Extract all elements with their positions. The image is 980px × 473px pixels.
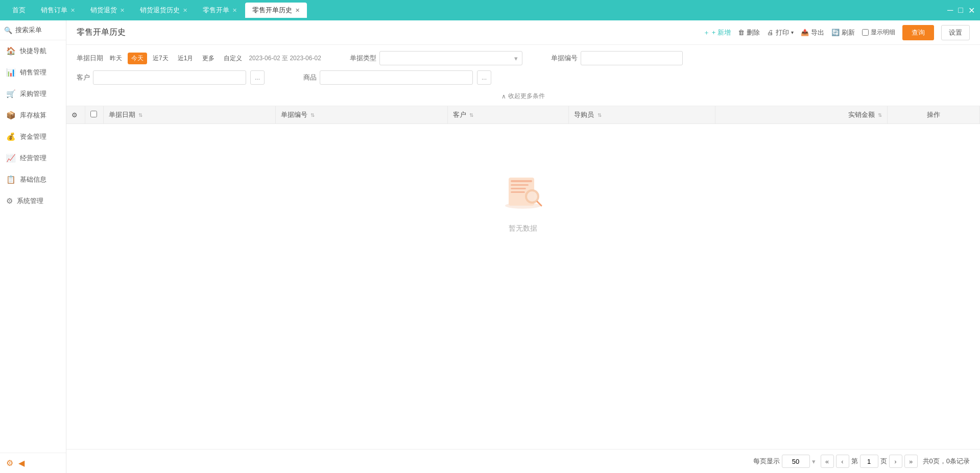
page-prev-button[interactable]: ‹ — [836, 455, 849, 468]
sidebar-item-quick-nav-label: 快捷导航 — [20, 46, 46, 56]
tab-sales-return-history-close[interactable]: ✕ — [183, 7, 187, 14]
sidebar-search-label: 搜索采单 — [15, 26, 42, 35]
date-range-text: 2023-06-02 至 2023-06-02 — [249, 54, 321, 63]
page-first-button[interactable]: « — [821, 455, 834, 468]
add-button[interactable]: ＋ + 新增 — [703, 28, 731, 37]
th-amount[interactable]: 实销金额 ⇅ — [715, 106, 888, 124]
tab-sales-order[interactable]: 销售订单 ✕ — [34, 3, 82, 18]
th-checkbox[interactable] — [85, 106, 103, 124]
th-guide-label: 导购员 — [574, 111, 594, 118]
refresh-label: 刷新 — [842, 28, 855, 37]
sidebar-item-sales-mgmt[interactable]: 📊 销售管理 — [0, 62, 66, 83]
sidebar-item-inventory[interactable]: 📦 库存核算 — [0, 105, 66, 126]
collapse-button[interactable]: ∧ 收起更多条件 — [501, 92, 545, 101]
tab-sales-order-label: 销售订单 — [41, 6, 67, 15]
export-label: 导出 — [811, 28, 824, 37]
svg-rect-4 — [511, 188, 526, 189]
th-no[interactable]: 单据编号 ⇅ — [275, 106, 447, 124]
select-all-checkbox[interactable] — [90, 111, 97, 117]
settings-button[interactable]: 设置 — [941, 25, 970, 40]
doc-no-label: 单据编号 — [551, 54, 578, 63]
tab-home[interactable]: 首页 — [5, 3, 33, 18]
print-button[interactable]: 🖨 打印 ▾ — [767, 28, 794, 37]
date-btn-7days[interactable]: 近7天 — [149, 53, 172, 64]
date-btn-custom[interactable]: 自定义 — [220, 53, 246, 64]
th-guide-sort[interactable]: ⇅ — [597, 112, 602, 118]
maximize-icon[interactable]: □ — [958, 6, 963, 15]
table-settings-icon[interactable]: ⚙ — [71, 111, 78, 119]
query-button[interactable]: 查询 — [902, 25, 934, 40]
th-no-sort[interactable]: ⇅ — [310, 112, 315, 118]
per-page-input[interactable] — [782, 455, 810, 468]
sidebar-item-finance[interactable]: 💰 资金管理 — [0, 126, 66, 147]
th-amount-sort[interactable]: ⇅ — [878, 112, 882, 118]
th-customer-label: 客户 — [453, 111, 466, 118]
date-btn-1month[interactable]: 近1月 — [174, 53, 197, 64]
sidebar-item-base-info-label: 基础信息 — [20, 175, 46, 184]
customer-input[interactable] — [93, 70, 246, 85]
show-detail-checkbox-wrapper[interactable]: 显示明细 — [862, 28, 895, 37]
th-settings[interactable]: ⚙ — [66, 106, 85, 124]
base-info-icon: 📋 — [6, 175, 16, 184]
tab-sales-return-label: 销货退货 — [90, 6, 117, 15]
doc-type-select[interactable]: ▾ — [379, 51, 522, 65]
tab-retail-open-label: 零售开单 — [203, 6, 229, 15]
print-label: 打印 — [776, 28, 789, 37]
page-label-pre: 第 — [851, 457, 858, 466]
customer-browse-button[interactable]: ... — [250, 70, 265, 85]
empty-text: 暂无数据 — [509, 224, 537, 233]
sidebar-collapse-icon[interactable]: ◀ — [18, 458, 25, 468]
page-next-button[interactable]: › — [889, 455, 902, 468]
page-size-select: 每页显示 ▾ — [753, 455, 816, 468]
date-btn-yesterday[interactable]: 昨天 — [106, 53, 126, 64]
sidebar-settings-icon[interactable]: ⚙ — [6, 458, 13, 468]
doc-no-input[interactable] — [581, 51, 683, 65]
filter-doc-type: 单据类型 ▾ — [350, 51, 522, 65]
svg-rect-5 — [511, 191, 525, 193]
data-table: ⚙ 单据日期 ⇅ 单据编号 ⇅ — [66, 106, 980, 274]
sidebar-item-operations[interactable]: 📈 经营管理 — [0, 147, 66, 169]
tab-sales-return-close[interactable]: ✕ — [120, 7, 125, 14]
close-icon[interactable]: ✕ — [968, 6, 975, 15]
page-last-button[interactable]: » — [904, 455, 918, 468]
svg-rect-3 — [511, 184, 529, 186]
goods-input[interactable] — [320, 70, 473, 85]
show-detail-checkbox[interactable] — [862, 29, 869, 36]
date-btn-today[interactable]: 今天 — [128, 53, 147, 64]
svg-rect-2 — [511, 180, 532, 182]
tab-sales-order-close[interactable]: ✕ — [70, 7, 75, 14]
th-date-sort[interactable]: ⇅ — [138, 112, 142, 118]
th-date[interactable]: 单据日期 ⇅ — [103, 106, 275, 124]
refresh-button[interactable]: 🔄 刷新 — [831, 28, 855, 37]
date-buttons: 昨天 今天 近7天 近1月 更多 自定义 — [106, 53, 246, 64]
th-customer[interactable]: 客户 ⇅ — [447, 106, 568, 124]
tab-sales-return[interactable]: 销货退货 ✕ — [83, 3, 132, 18]
export-button[interactable]: 📤 导出 — [801, 28, 824, 37]
tab-retail-open-history[interactable]: 零售开单历史 ✕ — [245, 3, 307, 18]
refresh-icon: 🔄 — [831, 29, 840, 36]
per-page-dropdown[interactable]: ▾ — [812, 458, 816, 465]
th-customer-sort[interactable]: ⇅ — [469, 112, 473, 118]
svg-point-7 — [527, 191, 537, 202]
tab-retail-open-close[interactable]: ✕ — [232, 7, 237, 14]
delete-button[interactable]: 🗑 删除 — [738, 28, 760, 37]
sidebar-item-purchase-mgmt[interactable]: 🛒 采购管理 — [0, 83, 66, 105]
th-action-label: 操作 — [927, 111, 940, 118]
tab-retail-open[interactable]: 零售开单 ✕ — [196, 3, 244, 18]
tab-retail-open-history-close[interactable]: ✕ — [295, 7, 300, 14]
sidebar-search[interactable]: 🔍 搜索采单 — [0, 20, 66, 40]
th-no-label: 单据编号 — [281, 111, 307, 118]
delete-icon: 🗑 — [738, 29, 745, 36]
minimize-icon[interactable]: ─ — [947, 6, 953, 15]
sidebar-item-sys-mgmt[interactable]: ⚙ 系统管理 — [0, 190, 66, 212]
sidebar-item-quick-nav[interactable]: 🏠 快捷导航 — [0, 40, 66, 62]
tab-sales-return-history[interactable]: 销货退货历史 ✕ — [133, 3, 195, 18]
date-label: 单据日期 — [77, 54, 103, 63]
sidebar-item-base-info[interactable]: 📋 基础信息 — [0, 169, 66, 190]
current-page-input[interactable] — [860, 455, 878, 468]
inventory-icon: 📦 — [6, 111, 16, 120]
th-guide[interactable]: 导购员 ⇅ — [568, 106, 715, 124]
date-btn-more[interactable]: 更多 — [199, 53, 218, 64]
operations-icon: 📈 — [6, 154, 16, 163]
goods-browse-button[interactable]: ... — [477, 70, 491, 85]
